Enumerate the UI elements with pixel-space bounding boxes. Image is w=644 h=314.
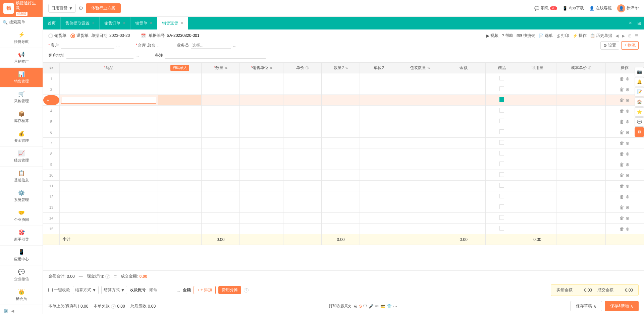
user-item[interactable]: 👤 徐泽华	[617, 4, 639, 12]
row-2-qty[interactable]	[202, 84, 240, 95]
bill-no-input[interactable]	[167, 33, 214, 38]
gift-checkbox-2[interactable]	[499, 86, 504, 91]
cost-info-icon[interactable]: ⓘ	[588, 66, 591, 70]
pkg-sort-icon[interactable]: ⇅	[427, 66, 430, 70]
sidebar-item-newbie[interactable]: 🎯 新手引导	[0, 226, 43, 246]
video-btn[interactable]: ▶ 视频	[486, 33, 498, 39]
row-3-goods-input[interactable]	[61, 97, 156, 104]
shortcut-btn[interactable]: ⌨ 快捷键	[517, 33, 535, 39]
row-2-delete-icon[interactable]: 🗑	[620, 87, 624, 92]
copy-icon[interactable]: ⊕	[626, 194, 630, 199]
row-3-amount[interactable]	[442, 95, 485, 106]
gift-checkbox[interactable]	[499, 151, 504, 155]
quick-screen-icon[interactable]: 🖥	[635, 127, 644, 137]
add-row-btn[interactable]: +	[45, 97, 51, 104]
quick-star-icon[interactable]: ⭐	[635, 107, 644, 117]
calendar-icon[interactable]: 📅	[141, 34, 146, 38]
sidebar-item-wechat[interactable]: 💬 企业微信	[0, 265, 43, 285]
add-row-cell[interactable]: +	[43, 95, 60, 106]
row-1-available[interactable]	[518, 73, 556, 84]
price-info-icon[interactable]: ⓘ	[306, 66, 309, 70]
debt-info-icon[interactable]: ?	[111, 304, 116, 309]
list-view-icon[interactable]: ☰	[635, 34, 639, 38]
tab-close-all-btn[interactable]: ×	[626, 20, 635, 26]
row-2-goods[interactable]	[59, 84, 158, 95]
delete-icon[interactable]: 🗑	[620, 194, 624, 199]
row-2-available[interactable]	[518, 84, 556, 95]
copy-icon[interactable]: ⊕	[626, 108, 630, 114]
delete-icon[interactable]: 🗑	[620, 183, 624, 189]
quick-notice-icon[interactable]: 🔔	[635, 77, 644, 86]
app-download-item[interactable]: 📱 App下载	[562, 5, 584, 11]
tab-sales-return[interactable]: 销货退货 ×	[157, 17, 188, 29]
save-new-btn[interactable]: 保存&新增 ∧	[605, 301, 639, 311]
gift-checkbox[interactable]	[499, 204, 504, 209]
account-input[interactable]	[148, 287, 175, 293]
row-1-unit2[interactable]	[360, 73, 398, 84]
qty2-sort-icon[interactable]: ⇅	[345, 66, 348, 70]
row-2-copy-icon[interactable]: ⊕	[626, 87, 630, 92]
row-3-copy-icon[interactable]: ⊕	[626, 98, 630, 103]
row-2-price[interactable]	[283, 84, 322, 95]
delete-icon[interactable]: 🗑	[620, 108, 624, 114]
nav-prev-icon[interactable]: ◀	[615, 34, 619, 38]
icon-shirt[interactable]: 👕	[387, 304, 392, 309]
save-draft-btn[interactable]: 保存草稿 ∧	[570, 301, 602, 311]
tab-sales-order[interactable]: 销售订单 ×	[100, 17, 130, 29]
row-3-available[interactable]	[518, 95, 556, 106]
gift-checkbox[interactable]	[499, 215, 504, 220]
gift-checkbox[interactable]	[499, 119, 504, 123]
nav-next-icon[interactable]: ▶	[622, 34, 625, 38]
sidebar-item-quick-nav[interactable]: ⚡ 快捷导航	[0, 28, 43, 48]
row-1-cost[interactable]	[556, 73, 606, 84]
row-1-qty[interactable]	[202, 73, 240, 84]
address-input[interactable]	[66, 52, 133, 59]
customer-input[interactable]	[61, 42, 114, 49]
delete-icon[interactable]: 🗑	[620, 140, 624, 146]
row-1-qty2[interactable]	[322, 73, 360, 84]
copy-icon[interactable]: ⊕	[626, 173, 630, 178]
tab-sales-close[interactable]: ×	[150, 21, 152, 25]
remark-input[interactable]	[165, 52, 266, 59]
tab-price-extract[interactable]: 售价提取设置 ×	[61, 17, 100, 29]
row-3-pkg-qty[interactable]	[398, 95, 442, 106]
sidebar-item-operation[interactable]: 📈 经营管理	[0, 147, 43, 167]
history-btn[interactable]: 📋 历史单据	[590, 33, 612, 39]
icon-card[interactable]: 💳	[380, 304, 385, 309]
sidebar-item-system[interactable]: ⚙️ 系统管理	[0, 186, 43, 206]
row-3-qty[interactable]	[202, 95, 240, 106]
row-3-cost[interactable]	[556, 95, 606, 106]
gift-checkbox[interactable]	[499, 108, 504, 113]
gift-checkbox[interactable]	[499, 172, 504, 177]
quick-home-icon[interactable]: 🏠	[635, 97, 644, 107]
delete-icon[interactable]: 🗑	[620, 151, 624, 156]
row-2-amount[interactable]	[442, 84, 485, 95]
date-input[interactable]	[109, 33, 140, 38]
account-dots[interactable]: ...	[177, 288, 180, 293]
row-1-unit[interactable]	[240, 73, 283, 84]
radio-return[interactable]: 退货单	[70, 33, 89, 39]
row-3-delete-icon[interactable]: 🗑	[620, 98, 624, 103]
row-1-copy-icon[interactable]: ⊕	[626, 76, 630, 81]
copy-icon[interactable]: ⊕	[626, 162, 630, 167]
copy-icon[interactable]: ⊕	[626, 140, 630, 146]
gift-checkbox[interactable]	[499, 140, 504, 145]
warehouse-dots[interactable]: ...	[157, 43, 161, 48]
tab-sales-order-close[interactable]: ×	[123, 21, 125, 25]
th-settings[interactable]: ⚙	[43, 63, 60, 73]
calc-select[interactable]: 结算方式 ▼	[101, 286, 127, 294]
row-1-delete-icon[interactable]: 🗑	[620, 76, 624, 81]
gift-checkbox[interactable]	[499, 129, 504, 134]
delete-icon[interactable]: 🗑	[620, 173, 624, 178]
row-3-unit[interactable]	[240, 95, 283, 106]
operate-btn[interactable]: ⚡ 操作	[573, 33, 587, 39]
row-1-goods[interactable]	[59, 73, 158, 84]
gift-checkbox-1[interactable]	[499, 76, 504, 80]
row-1-pkg-qty[interactable]	[398, 73, 442, 84]
icon-eye[interactable]: 👁	[375, 304, 379, 309]
sidebar-item-purchase[interactable]: 🛒 采购管理	[0, 87, 43, 107]
row-2-unit2[interactable]	[360, 84, 398, 95]
select-btn[interactable]: 📄 选单	[539, 33, 553, 39]
row-3-unit2[interactable]	[360, 95, 398, 106]
staff-dots[interactable]: ...	[233, 43, 236, 48]
